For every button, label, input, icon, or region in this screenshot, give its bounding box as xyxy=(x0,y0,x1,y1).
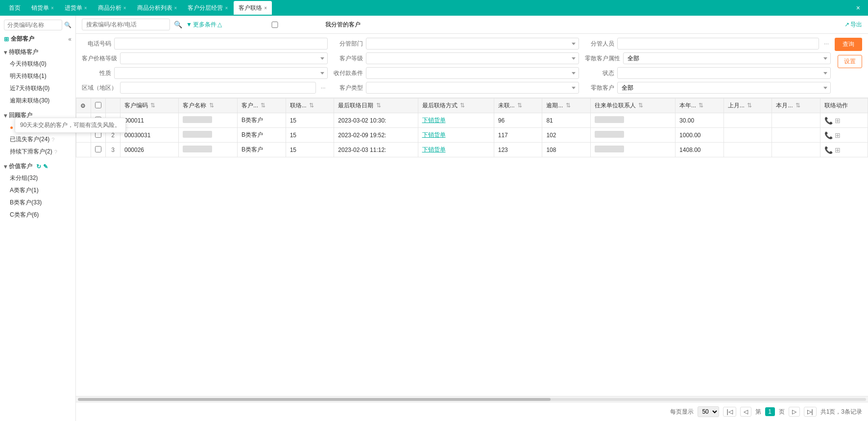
lm-sort-icon[interactable]: ⇅ xyxy=(747,102,752,109)
name-col-header[interactable]: 客户名称 ⇅ xyxy=(179,99,237,113)
type-sort-icon[interactable]: ⇅ xyxy=(261,102,265,109)
sidebar-item-tomorrow[interactable]: 明天待联络(1) xyxy=(0,70,75,82)
scrollbar-track[interactable] xyxy=(78,398,866,401)
contact-method-link-2[interactable]: 下销货单 xyxy=(422,131,446,138)
contact-col-header[interactable]: 联络... ⇅ xyxy=(286,99,334,113)
unc-sort-icon[interactable]: ⇅ xyxy=(517,102,522,109)
refresh-icon[interactable]: ↻ xyxy=(36,163,41,170)
checkbox-cell-3[interactable] xyxy=(91,143,106,157)
pending-contact-group[interactable]: ▾ 待联络客户 xyxy=(0,46,75,58)
tab-goods-analysis-list[interactable]: 商品分析列表 × xyxy=(132,1,182,15)
sidebar-item-class-b[interactable]: B类客户(33) xyxy=(0,197,75,209)
lcm-sort-icon[interactable]: ⇅ xyxy=(460,102,465,109)
phone-action-icon-2[interactable]: 📞 xyxy=(824,131,833,139)
this-year-col-header[interactable]: 本年... ⇅ xyxy=(675,99,724,113)
sidebar-item-churn-risk[interactable]: 持续下滑客户(2) ? xyxy=(0,146,75,158)
ty-sort-icon[interactable]: ⇅ xyxy=(699,102,703,109)
contact-method-link[interactable]: 下销货单 xyxy=(422,117,446,124)
close-sales-tab[interactable]: × xyxy=(51,5,54,11)
tab-home[interactable]: 首页 xyxy=(4,1,25,15)
tab-sales[interactable]: 销货单 × xyxy=(26,1,59,15)
settings-col-header[interactable]: ⚙ xyxy=(76,99,91,113)
close-purchase-tab[interactable]: × xyxy=(84,5,87,11)
last-month-col-header[interactable]: 上月... ⇅ xyxy=(723,99,772,113)
dept-select[interactable] xyxy=(366,38,579,50)
my-customers-checkbox-label[interactable]: 我分管的客户 xyxy=(226,21,361,29)
close-customer-segment-tab[interactable]: × xyxy=(225,5,228,11)
more-action-icon-3[interactable]: ⊞ xyxy=(835,146,841,154)
more-action-icon[interactable]: ⊞ xyxy=(835,117,841,124)
search-input[interactable] xyxy=(82,19,170,30)
tab-customer-segment[interactable]: 客户分层经营 × xyxy=(183,1,233,15)
code-col-header[interactable]: 客户编码 ⇅ xyxy=(121,99,179,113)
checkbox-col-header[interactable] xyxy=(91,99,106,113)
region-dots[interactable]: ··· xyxy=(319,84,328,91)
phone-action-icon-3[interactable]: 📞 xyxy=(824,146,833,154)
tab-purchase[interactable]: 进货单 × xyxy=(60,1,92,15)
tab-customer-contact[interactable]: 客户联络 × xyxy=(234,1,272,15)
search-icon[interactable]: 🔍 xyxy=(174,21,182,28)
all-customers-header[interactable]: ⊞ 全部客户 « xyxy=(0,32,75,46)
last-contact-method-cell-2[interactable]: 下销货单 xyxy=(418,128,494,143)
close-window-button[interactable]: × xyxy=(852,2,864,14)
last-page-button[interactable]: ▷| xyxy=(804,407,817,417)
edit-icon[interactable]: ✎ xyxy=(43,163,48,170)
customer-level-select[interactable] xyxy=(366,52,579,64)
nature-select[interactable] xyxy=(114,67,328,79)
zero-retail-select[interactable]: 全部 xyxy=(623,52,831,64)
status-select[interactable] xyxy=(617,67,831,79)
sidebar-item-week7[interactable]: 近7天待联络(0) xyxy=(0,82,75,95)
tab-goods-analysis[interactable]: 商品分析 × xyxy=(93,1,131,15)
last-contact-method-cell-3[interactable]: 下销货单 xyxy=(418,143,494,157)
contact-method-link-3[interactable]: 下销货单 xyxy=(422,146,446,153)
sidebar-item-overdue[interactable]: 逾期未联络(30) xyxy=(0,95,75,107)
next-page-button[interactable]: ▷ xyxy=(789,407,800,417)
close-goods-analysis-tab[interactable]: × xyxy=(123,5,126,11)
sidebar-item-unsegmented[interactable]: 未分组(32) xyxy=(0,172,75,184)
region-input[interactable] xyxy=(120,82,316,94)
select-all-checkbox[interactable] xyxy=(95,102,101,108)
per-page-select[interactable]: 50 xyxy=(698,406,719,417)
lcd-sort-icon[interactable]: ⇅ xyxy=(376,102,381,109)
row-checkbox-3[interactable] xyxy=(95,146,101,152)
zero-retail2-select[interactable]: 全部 xyxy=(617,82,831,94)
phone-input[interactable] xyxy=(114,38,328,50)
query-button[interactable]: 查询 xyxy=(835,38,862,51)
last-contact-date-col-header[interactable]: 最后联络日期 ⇅ xyxy=(334,99,418,113)
collapse-icon[interactable]: « xyxy=(68,36,72,43)
ovd-sort-icon[interactable]: ⇅ xyxy=(566,102,571,109)
this-month-col-header[interactable]: 本月... ⇅ xyxy=(772,99,820,113)
value-customers-group[interactable]: ▾ 价值客户 ↻ ✎ xyxy=(0,160,75,172)
overdue-col-header[interactable]: 逾期... ⇅ xyxy=(542,99,591,113)
last-contact-method-cell[interactable]: 下销货单 xyxy=(418,113,494,128)
sidebar-item-today[interactable]: 今天待联络(0) xyxy=(0,58,75,70)
my-customers-checkbox[interactable] xyxy=(226,22,324,28)
code-sort-icon[interactable]: ⇅ xyxy=(150,102,155,109)
sidebar-item-class-c[interactable]: C类客户(6) xyxy=(0,209,75,221)
price-level-select[interactable] xyxy=(120,52,328,64)
type-col-header[interactable]: 客户... ⇅ xyxy=(237,99,286,113)
uc-sort-icon[interactable]: ⇅ xyxy=(638,102,643,109)
unit-contact-col-header[interactable]: 往来单位联系人 ⇅ xyxy=(591,99,675,113)
horizontal-scrollbar[interactable] xyxy=(76,396,868,402)
close-goods-analysis-list-tab[interactable]: × xyxy=(174,5,177,11)
settings-button[interactable]: 设置 xyxy=(838,55,862,68)
tm-sort-icon[interactable]: ⇅ xyxy=(796,102,800,109)
close-customer-contact-tab[interactable]: × xyxy=(264,5,267,11)
prev-page-button[interactable]: ◁ xyxy=(740,407,751,417)
sidebar-item-class-a[interactable]: A类客户(1) xyxy=(0,184,75,197)
scrollbar-thumb[interactable] xyxy=(78,398,551,401)
first-page-button[interactable]: |◁ xyxy=(723,407,736,417)
person-input[interactable] xyxy=(617,38,819,50)
more-action-icon-2[interactable]: ⊞ xyxy=(835,131,841,139)
person-dots[interactable]: ··· xyxy=(822,40,831,47)
sidebar-search-icon[interactable]: 🔍 xyxy=(64,22,72,28)
name-sort-icon[interactable]: ⇅ xyxy=(209,102,214,109)
sidebar-item-already-lost[interactable]: 已流失客户(24) ? xyxy=(0,133,75,146)
uncontacted-col-header[interactable]: 未联... ⇅ xyxy=(494,99,542,113)
more-conditions-button[interactable]: ▼ 更多条件 △ xyxy=(186,21,222,29)
contact-sort-icon[interactable]: ⇅ xyxy=(309,102,314,109)
export-button[interactable]: ↗ 导出 xyxy=(844,21,862,29)
sidebar-search-input[interactable] xyxy=(4,20,62,30)
last-contact-method-col-header[interactable]: 最后联络方式 ⇅ xyxy=(418,99,494,113)
